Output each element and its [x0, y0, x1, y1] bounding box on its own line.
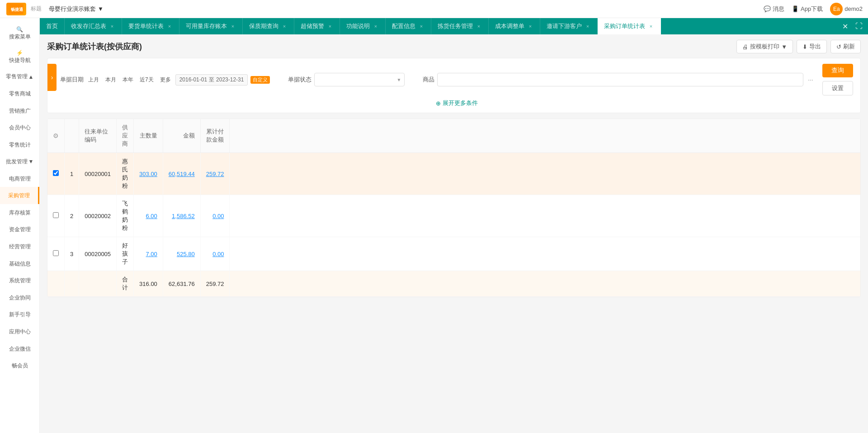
row-checkbox-cell[interactable]	[47, 237, 65, 271]
tab-collect-send[interactable]: 收发存汇总表 ×	[65, 18, 122, 34]
tab-config-info[interactable]: 配置信息 ×	[386, 18, 431, 34]
qty-link[interactable]: 7.00	[146, 251, 157, 257]
tab-cost-adjust[interactable]: 成本调整单 ×	[489, 18, 540, 34]
tab-req-stats[interactable]: 要货单统计表 ×	[122, 18, 179, 34]
sidebar-item-wechat[interactable]: 企业微信	[0, 340, 39, 357]
row-checkbox-cell[interactable]	[47, 195, 65, 237]
sidebar-item-collab[interactable]: 企业协同	[0, 289, 39, 306]
date-shortcut-this-month[interactable]: 本月	[104, 75, 118, 85]
status-select[interactable]	[314, 73, 405, 86]
date-shortcut-last-month[interactable]: 上月	[86, 75, 101, 85]
tab-req-stats-close[interactable]: ×	[166, 23, 173, 29]
sidebar-item-wholesale[interactable]: 批发管理 ▼	[0, 153, 39, 170]
tab-cost-adjust-close[interactable]: ×	[527, 23, 533, 29]
tab-invite-downstream[interactable]: 邀请下游客户 ×	[540, 18, 598, 34]
qty-link[interactable]: 6.00	[146, 213, 157, 219]
tab-purchase-stats-label: 采购订单统计表	[604, 22, 645, 30]
paid-link[interactable]: 259.72	[206, 171, 224, 177]
status-select-wrapper: ▼	[314, 73, 405, 86]
sidebar-item-ecommerce[interactable]: 电商管理	[0, 170, 39, 187]
sidebar-item-finance[interactable]: 资金管理	[0, 221, 39, 238]
sidebar-item-retail[interactable]: 零售管理 ▲	[0, 68, 39, 85]
sidebar-item-label-ecommerce: 电商管理	[2, 176, 38, 183]
app-download-action[interactable]: 📱 App下载	[792, 5, 823, 13]
sidebar-item-purchase[interactable]: 采购管理	[0, 187, 39, 204]
maximize-tab-action[interactable]: ⛶	[854, 20, 864, 32]
tab-pick-task[interactable]: 拣货任务管理 ×	[431, 18, 489, 34]
sidebar-item-retail-stats[interactable]: 零售统计	[0, 136, 39, 153]
query-button[interactable]: 查询	[822, 64, 853, 77]
sidebar-item-quicknav[interactable]: ⚡ 快捷导航	[0, 45, 39, 69]
sidebar-item-retail-mall[interactable]: 零售商城	[0, 85, 39, 102]
sidebar-item-basics[interactable]: 基础信息	[0, 255, 39, 272]
row-checkbox-cell[interactable]	[47, 153, 65, 195]
tab-shelf-life[interactable]: 保质期查询 ×	[243, 18, 294, 34]
filter-expand-toggle[interactable]: ›	[47, 64, 57, 91]
date-shortcut-more[interactable]: 更多	[158, 75, 173, 85]
row-number-cell: 3	[65, 237, 79, 271]
tab-available-stock-close[interactable]: ×	[230, 23, 236, 29]
sidebar-item-appcenter[interactable]: 应用中心	[0, 323, 39, 340]
th-row-num	[65, 119, 79, 153]
sidebar-item-label-quicknav: 快捷导航	[2, 57, 38, 64]
row-checkbox[interactable]	[53, 250, 59, 256]
settings-icon[interactable]: ⚙	[53, 132, 59, 139]
paid-link[interactable]: 0.00	[212, 251, 224, 257]
row-supplier-code-cell: 00020002	[79, 195, 117, 237]
paid-link[interactable]: 0.00	[212, 213, 224, 219]
avatar-text: Ea	[833, 6, 840, 12]
top-bar-left: 畅捷通 标题 母婴行业演示账套 ▼	[5, 2, 107, 16]
amount-link[interactable]: 1,586.52	[172, 213, 195, 219]
template-print-button[interactable]: 🖨 按模板打印 ▼	[736, 40, 793, 53]
close-tab-action[interactable]: ✕	[840, 20, 850, 33]
tab-func-desc[interactable]: 功能说明 ×	[340, 18, 386, 34]
row-checkbox[interactable]	[53, 212, 59, 218]
amount-link[interactable]: 525.80	[177, 251, 195, 257]
tab-shelf-life-close[interactable]: ×	[281, 23, 288, 29]
sidebar-item-newguide[interactable]: 新手引导	[0, 306, 39, 323]
date-range-end: 2023-12-31	[216, 76, 244, 83]
page-title: 采购订单统计表(按供应商)	[47, 41, 142, 52]
sidebar-item-inventory[interactable]: 库存核算	[0, 204, 39, 221]
expand-more-conditions[interactable]: ⊕ 展开更多条件	[60, 99, 853, 107]
tab-purchase-stats-close[interactable]: ×	[648, 23, 654, 29]
tab-collect-send-close[interactable]: ×	[109, 23, 115, 29]
qty-link[interactable]: 303.00	[139, 171, 157, 177]
user-profile[interactable]: Ea demo2	[830, 3, 863, 15]
tab-func-desc-close[interactable]: ×	[373, 23, 379, 29]
date-range-display[interactable]: 2016-01-01 至 2023-12-31	[175, 74, 248, 86]
logo-image: 畅捷通	[6, 3, 26, 15]
sidebar-item-vip[interactable]: 畅会员	[0, 357, 39, 374]
tab-overstock[interactable]: 超储预警 ×	[294, 18, 340, 34]
sidebar-item-system[interactable]: 系统管理	[0, 272, 39, 289]
tab-available-stock[interactable]: 可用量库存账本 ×	[179, 18, 243, 34]
footer-checkbox-cell	[47, 271, 65, 297]
tab-purchase-stats[interactable]: 采购订单统计表 ×	[598, 18, 661, 34]
sidebar-item-marketing[interactable]: 营销推广	[0, 102, 39, 119]
data-table-container: ⚙ 往来单位编码 供应商 主数量 金额 累计付款金额	[47, 119, 861, 297]
row-checkbox[interactable]	[53, 170, 59, 176]
sidebar-item-ops[interactable]: 经营管理	[0, 238, 39, 255]
sidebar-item-label-appcenter: 应用中心	[2, 328, 38, 336]
th-settings[interactable]: ⚙	[47, 119, 65, 153]
amount-link[interactable]: 60,519.44	[169, 171, 195, 177]
export-button[interactable]: ⬇ 导出	[797, 40, 827, 53]
date-shortcut-7days[interactable]: 近7天	[138, 75, 156, 85]
date-shortcut-this-year[interactable]: 本年	[121, 75, 135, 85]
refresh-button[interactable]: ↺ 刷新	[830, 40, 861, 53]
settings-button[interactable]: 设置	[822, 81, 853, 95]
goods-more-button[interactable]: ···	[806, 76, 815, 83]
tab-overstock-close[interactable]: ×	[327, 23, 333, 29]
workspace-selector[interactable]: 母婴行业演示账套 ▼	[45, 3, 107, 15]
sidebar-item-membership[interactable]: 会员中心	[0, 119, 39, 136]
message-action[interactable]: 💬 消息	[764, 5, 784, 13]
svg-text:畅捷通: 畅捷通	[11, 7, 24, 12]
tab-pick-task-close[interactable]: ×	[476, 23, 482, 29]
goods-search-input[interactable]	[437, 73, 803, 86]
workspace-arrow-icon: ▼	[98, 5, 104, 12]
tab-invite-downstream-close[interactable]: ×	[585, 23, 591, 29]
tab-config-info-close[interactable]: ×	[418, 23, 425, 29]
tab-home[interactable]: 首页	[40, 18, 65, 34]
sidebar-item-search[interactable]: 🔍 搜索菜单	[0, 22, 39, 45]
main-layout: 🔍 搜索菜单 ⚡ 快捷导航 零售管理 ▲ 零售商城 营销推广 会员中心 零售统计…	[0, 18, 868, 433]
